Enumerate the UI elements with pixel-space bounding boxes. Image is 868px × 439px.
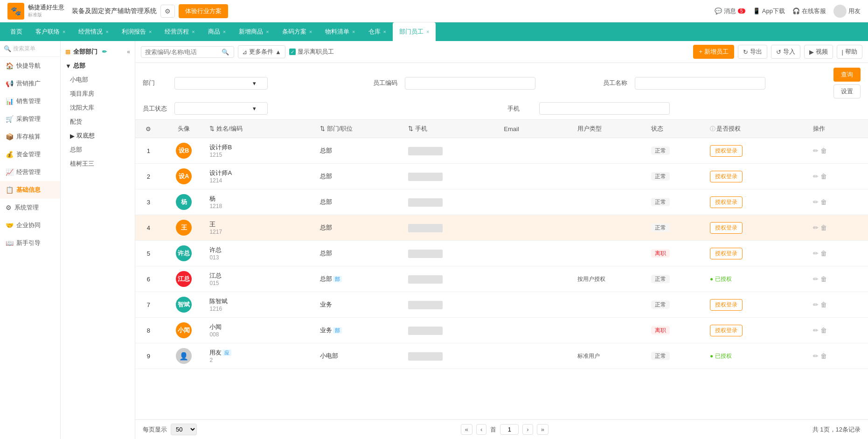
- tab-barcode[interactable]: 条码方案 ×: [276, 22, 319, 41]
- prev-page-btn[interactable]: ‹: [476, 424, 486, 435]
- delete-button[interactable]: 🗑: [820, 198, 827, 206]
- auth-button[interactable]: 授权登录: [710, 171, 743, 182]
- search-input[interactable]: [145, 49, 220, 56]
- auth-button[interactable]: 授权登录: [710, 248, 743, 259]
- close-icon[interactable]: ×: [223, 29, 226, 35]
- tree-parent-double[interactable]: ▶ 双底想: [61, 129, 135, 143]
- show-resigned-toggle[interactable]: ✓ 显示离职员工: [289, 48, 334, 56]
- delete-button[interactable]: 🗑: [820, 173, 827, 180]
- sidebar-item-finance[interactable]: 💰 资金管理: [0, 146, 60, 163]
- delete-button[interactable]: 🗑: [820, 147, 827, 154]
- dept-select[interactable]: ▾: [174, 77, 268, 90]
- col-dept[interactable]: ⇅ 部门/职位: [316, 120, 404, 138]
- query-button[interactable]: 查询: [833, 68, 861, 82]
- tree-item-plant[interactable]: 植树王三: [61, 157, 135, 171]
- edit-button[interactable]: ✏: [813, 173, 819, 180]
- edit-button[interactable]: ✏: [813, 224, 819, 231]
- delete-button[interactable]: 🗑: [820, 250, 827, 257]
- close-icon[interactable]: ×: [309, 29, 312, 35]
- close-icon[interactable]: ×: [62, 29, 65, 35]
- auth-button[interactable]: 授权登录: [710, 325, 743, 336]
- close-icon[interactable]: ×: [105, 29, 108, 35]
- auth-button[interactable]: 授权登录: [710, 299, 743, 311]
- tab-profit[interactable]: 利润报告 ×: [115, 22, 158, 41]
- user-area[interactable]: 用友: [833, 5, 861, 18]
- app-download-btn[interactable]: 📱 App下载: [753, 7, 785, 15]
- tab-home[interactable]: 首页: [4, 22, 29, 41]
- tab-goods[interactable]: 商品 ×: [201, 22, 232, 41]
- emp-code-input[interactable]: [405, 77, 535, 90]
- tab-bom[interactable]: 物料清单 ×: [319, 22, 361, 41]
- tab-warehouse[interactable]: 仓库 ×: [362, 22, 393, 41]
- export-button[interactable]: ↻ 导出: [738, 45, 767, 59]
- edit-button[interactable]: ✏: [813, 198, 819, 206]
- tree-item-distribution[interactable]: 配货: [61, 115, 135, 129]
- import-button[interactable]: ↺ 导入: [771, 45, 800, 59]
- tree-item-small-elec[interactable]: 小电部: [61, 73, 135, 87]
- sidebar-item-inventory[interactable]: 📦 库存核算: [0, 128, 60, 146]
- page-input[interactable]: [500, 424, 519, 435]
- help-button[interactable]: | 帮助: [837, 45, 862, 59]
- delete-button[interactable]: 🗑: [820, 275, 827, 283]
- tree-item-project[interactable]: 项目库房: [61, 87, 135, 101]
- sidebar-item-purchase[interactable]: 🛒 采购管理: [0, 110, 60, 128]
- tree-parent-corp[interactable]: ▼ 总部: [61, 59, 135, 73]
- delete-button[interactable]: 🗑: [820, 224, 827, 231]
- last-page-btn[interactable]: »: [537, 424, 549, 435]
- collapse-btn[interactable]: «: [127, 49, 130, 55]
- edit-button[interactable]: ✏: [813, 301, 819, 308]
- close-icon[interactable]: ×: [192, 29, 194, 35]
- edit-icon[interactable]: ✏: [102, 49, 107, 55]
- search-icon[interactable]: 🔍: [222, 49, 229, 56]
- col-phone[interactable]: ⇅ 手机: [404, 120, 500, 138]
- sidebar-item-guide[interactable]: 📖 新手引导: [0, 234, 60, 252]
- sidebar-search[interactable]: 🔍 搜索菜单: [0, 41, 60, 57]
- sidebar-item-collab[interactable]: 🤝 企业协同: [0, 216, 60, 234]
- sidebar-item-system[interactable]: ⚙ 系统管理: [0, 199, 60, 216]
- trial-button[interactable]: 体验行业方案: [179, 4, 228, 18]
- gear-button[interactable]: ⚙: [160, 5, 175, 18]
- search-box[interactable]: 🔍: [141, 46, 234, 58]
- sidebar-item-quicknav[interactable]: 🏠 快捷导航: [0, 57, 60, 75]
- close-icon[interactable]: ×: [426, 29, 429, 35]
- tree-item-corp[interactable]: 总部: [61, 143, 135, 157]
- first-page-btn[interactable]: «: [461, 424, 472, 435]
- phone-input[interactable]: [539, 102, 670, 115]
- view-button[interactable]: ▶ 视频: [804, 45, 833, 59]
- tab-customer[interactable]: 客户联络 ×: [29, 22, 72, 41]
- close-icon[interactable]: ×: [383, 29, 386, 35]
- edit-button[interactable]: ✏: [813, 250, 819, 257]
- auth-button[interactable]: 授权登录: [710, 145, 743, 157]
- close-icon[interactable]: ×: [266, 29, 269, 35]
- online-service-btn[interactable]: 🎧 在线客服: [792, 7, 826, 15]
- emp-name-input[interactable]: [635, 77, 765, 90]
- delete-button[interactable]: 🗑: [820, 327, 827, 334]
- sidebar-item-marketing[interactable]: 📢 营销推广: [0, 75, 60, 92]
- edit-button[interactable]: ✏: [813, 352, 819, 360]
- sidebar-item-sales[interactable]: 📊 销售管理: [0, 92, 60, 110]
- auth-button[interactable]: 授权登录: [710, 196, 743, 208]
- close-icon[interactable]: ×: [352, 29, 355, 35]
- tab-operation[interactable]: 经营情况 ×: [72, 22, 115, 41]
- edit-button[interactable]: ✏: [813, 275, 819, 283]
- per-page-select[interactable]: 50 20 100: [171, 424, 197, 435]
- col-name-code[interactable]: ⇅ 姓名/编码: [206, 120, 316, 138]
- sidebar-item-basic[interactable]: 📋 基础信息: [0, 181, 60, 199]
- col-settings[interactable]: ⚙: [135, 120, 162, 138]
- more-conditions-btn[interactable]: ⊿ 更多条件 ▲: [238, 45, 285, 58]
- settings-button[interactable]: 设置: [833, 84, 861, 98]
- tree-item-shenyang[interactable]: 沈阳大库: [61, 101, 135, 115]
- delete-button[interactable]: 🗑: [820, 301, 827, 308]
- sidebar-item-management[interactable]: 📈 经营管理: [0, 163, 60, 181]
- delete-button[interactable]: 🗑: [820, 352, 827, 360]
- tab-journey[interactable]: 经营历程 ×: [158, 22, 201, 41]
- status-select[interactable]: ▾: [174, 102, 268, 115]
- edit-button[interactable]: ✏: [813, 147, 819, 154]
- messages-btn[interactable]: 💬 消息 5: [715, 7, 745, 15]
- tab-new-goods[interactable]: 新增商品 ×: [232, 22, 275, 41]
- auth-button[interactable]: 授权登录: [710, 222, 743, 234]
- next-page-btn[interactable]: ›: [522, 424, 533, 435]
- add-employee-button[interactable]: + 新增员工: [693, 45, 734, 59]
- tab-employees[interactable]: 部门员工 ×: [393, 22, 436, 41]
- close-icon[interactable]: ×: [149, 29, 152, 35]
